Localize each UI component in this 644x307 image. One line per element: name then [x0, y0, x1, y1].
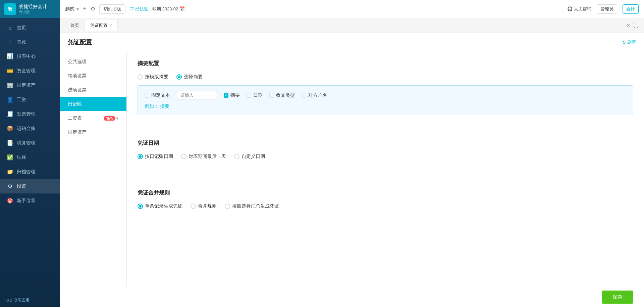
sidebar-item-salary[interactable]: 👤 工资	[0, 92, 60, 107]
date-section: 凭证日期 按日记账日期 对应期间最后一天 自定义日期	[138, 140, 633, 176]
shield-icon: 🛡	[129, 6, 134, 11]
trade-icon: 📦	[7, 125, 13, 132]
merge-section: 凭证合并规则 单条记录生成凭证 合并规则 按照选择汇总生成凭证	[138, 189, 633, 225]
merge-radio-summary[interactable]: 按照选择汇总生成凭证	[225, 203, 279, 209]
switch-version-button[interactable]: 切到旧版	[99, 4, 125, 14]
radio-circle-rule	[191, 204, 196, 209]
checkbox-counterpart[interactable]: 对方户名	[302, 92, 327, 98]
checkbox-box-pay-type	[269, 93, 274, 98]
date-radio-last-day[interactable]: 对应期间最后一天	[181, 154, 226, 160]
refresh-button[interactable]: ↻ 刷新	[622, 39, 636, 51]
reports-icon: 📊	[7, 53, 13, 59]
left-nav-public[interactable]: 公共选项	[60, 55, 126, 69]
topbar-settings-icon[interactable]: ⚙	[91, 6, 95, 12]
tabbar-actions: × ⛶	[627, 23, 639, 29]
sidebar-item-funds[interactable]: 💳 资金管理	[0, 63, 60, 78]
checkbox-date[interactable]: 日期	[247, 92, 263, 98]
date-radio-custom[interactable]: 自定义日期	[234, 154, 265, 160]
logo-icon: 畅	[4, 3, 16, 15]
sidebar-item-home[interactable]: ⌂ 首页	[0, 21, 60, 35]
main-content: 凭证配置 ↻ 刷新 公共选项 销项发票 进项发票 日记账 工资表 NEW ▾ 固…	[60, 33, 644, 307]
archive-icon: 📁	[7, 169, 13, 175]
sidebar-item-guide[interactable]: 🎯 新手引导	[0, 193, 60, 208]
tab-voucher-config[interactable]: 凭证配置 ×	[85, 20, 118, 31]
radio-circle-template	[138, 74, 143, 80]
topbar: 测试 ▾ + ⚙ 切到旧版 🛡 已认证 账期 2023-02 📅 🎧 人工咨询 …	[60, 0, 644, 18]
sidebar-nav: ⌂ 首页 ≡ 总账 📊 报表中心 💳 资金管理 🏢 固定资产 👤 工资 🧾 发票…	[0, 18, 60, 293]
left-nav-purchase-invoice[interactable]: 进项发票	[60, 83, 126, 97]
sidebar-item-settings[interactable]: ⚙ 设置	[0, 179, 60, 193]
calendar-icon[interactable]: 📅	[179, 6, 185, 11]
salary-icon: 👤	[7, 96, 13, 103]
left-nav-fixed-assets[interactable]: 固定资产	[60, 125, 126, 139]
sidebar-item-reports[interactable]: 📊 报表中心	[0, 49, 60, 63]
tab-home[interactable]: 首页	[65, 20, 85, 31]
left-nav-payroll[interactable]: 工资表 NEW ▾	[60, 111, 126, 125]
logo-text: 畅捷通好会计 专业版	[19, 3, 47, 14]
sidebar-item-ledger[interactable]: ≡ 总账	[0, 35, 60, 49]
merge-radio-group: 单条记录生成凭证 合并规则 按照选择汇总生成凭证	[138, 203, 633, 209]
left-nav-sales-invoice[interactable]: 销项发票	[60, 69, 126, 83]
sidebar-item-close[interactable]: ✅ 结账	[0, 150, 60, 165]
example-text: 例如： 摘要	[145, 103, 626, 109]
home-icon: ⌂	[7, 25, 13, 31]
bottom-bar: 保存	[60, 287, 644, 307]
sidebar-item-assets[interactable]: 🏢 固定资产	[0, 78, 60, 92]
settings-icon: ⚙	[7, 183, 13, 189]
radio-circle-custom-date	[234, 154, 239, 159]
sidebar-footer[interactable]: ◁◁ 取消固定	[0, 293, 60, 307]
close-tab-button[interactable]: ×	[627, 23, 630, 29]
sidebar-item-trade[interactable]: 📦 进销台账	[0, 121, 60, 136]
fixed-text-input[interactable]	[177, 91, 217, 99]
topbar-add-icon[interactable]: +	[83, 5, 87, 12]
page-header: 凭证配置 ↻ 刷新	[60, 33, 644, 52]
tax-icon: 📑	[7, 140, 13, 146]
user-button[interactable]: 管理员	[597, 4, 617, 14]
radio-circle-merge-summary	[225, 204, 230, 209]
date-radio-group: 按日记账日期 对应期间最后一天 自定义日期	[138, 154, 633, 160]
checkbox-fixed-text[interactable]: 固定文本	[145, 92, 170, 98]
date-section-title: 凭证日期	[138, 140, 633, 147]
new-badge: NEW	[104, 116, 115, 121]
period-display: 账期 2023-02 📅	[152, 6, 185, 12]
ledger-icon: ≡	[7, 39, 13, 45]
sidebar-item-tax[interactable]: 📑 税务管理	[0, 136, 60, 150]
sidebar: 畅 畅捷通好会计 专业版 ⌂ 首页 ≡ 总账 📊 报表中心 💳 资金管理 🏢 固…	[0, 0, 60, 307]
tab-close-icon[interactable]: ×	[110, 23, 112, 28]
invoice-icon: 🧾	[7, 111, 13, 117]
page-title: 凭证配置	[68, 38, 92, 52]
funds-icon: 💳	[7, 68, 13, 74]
sidebar-item-invoice[interactable]: 🧾 发票管理	[0, 107, 60, 121]
checkbox-pay-type[interactable]: 收支类型	[269, 92, 295, 98]
close-period-icon: ✅	[7, 154, 13, 161]
consult-button[interactable]: 🎧 人工咨询	[567, 6, 591, 12]
summary-radio-group: 按模版摘要 选择摘要	[138, 74, 633, 80]
topbar-right: 🎧 人工咨询 管理员 会计	[567, 4, 639, 14]
summary-section-title: 摘要配置	[138, 60, 633, 67]
summary-section: 摘要配置 按模版摘要 选择摘要 固定文本	[138, 60, 633, 126]
left-nav-journal[interactable]: 日记账	[60, 97, 126, 111]
expand-button[interactable]: ⛶	[633, 23, 639, 29]
checkbox-box-date	[247, 93, 251, 98]
merge-radio-rule[interactable]: 合并规则	[191, 203, 217, 209]
headset-icon: 🎧	[567, 6, 573, 11]
content-area: 公共选项 销项发票 进项发票 日记账 工资表 NEW ▾ 固定资产 摘要配置	[60, 52, 644, 307]
radio-circle-last-day	[181, 154, 186, 159]
chevron-down-icon: ▾	[116, 116, 118, 121]
checkbox-summary[interactable]: ✓ 摘要	[224, 92, 240, 98]
sidebar-logo: 畅 畅捷通好会计 专业版	[0, 0, 60, 18]
role-button[interactable]: 会计	[623, 4, 639, 14]
project-dropdown-icon[interactable]: ▾	[76, 6, 79, 12]
checkbox-box-summary: ✓	[224, 93, 228, 98]
guide-icon: 🎯	[7, 198, 13, 204]
merge-radio-single[interactable]: 单条记录生成凭证	[138, 203, 182, 209]
date-radio-journal[interactable]: 按日记账日期	[138, 154, 173, 160]
save-button[interactable]: 保存	[602, 291, 633, 304]
pin-icon: ◁◁	[5, 298, 11, 303]
left-nav: 公共选项 销项发票 进项发票 日记账 工资表 NEW ▾ 固定资产	[60, 52, 127, 307]
summary-radio-select[interactable]: 选择摘要	[176, 74, 203, 80]
sidebar-item-archive[interactable]: 📁 归档管理	[0, 165, 60, 179]
right-content: 摘要配置 按模版摘要 选择摘要 固定文本	[127, 52, 644, 307]
tabbar: 首页 凭证配置 × × ⛶	[60, 18, 644, 33]
summary-radio-template[interactable]: 按模版摘要	[138, 74, 168, 80]
